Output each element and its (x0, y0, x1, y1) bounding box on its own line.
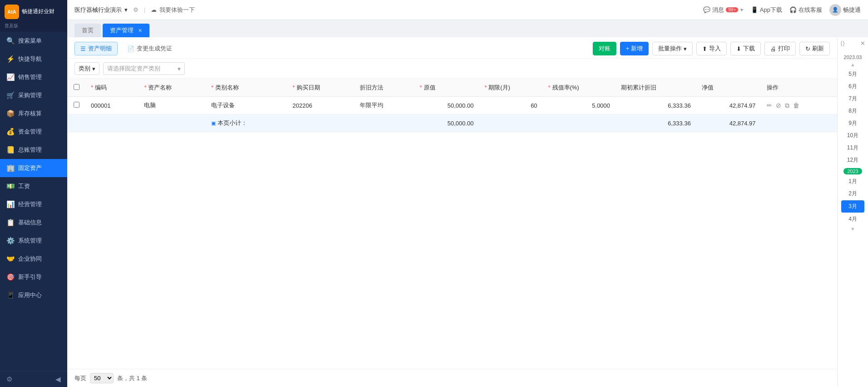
sidebar-item-funds[interactable]: 💰资金管理 (0, 123, 67, 141)
chevron-down-icon: ▾ (178, 65, 181, 72)
stop-icon[interactable]: ⊘ (776, 102, 781, 109)
sidebar-item-app_center[interactable]: 📱应用中心 (0, 286, 67, 304)
chevron-down-icon: ▾ (684, 45, 687, 52)
sidebar-item-operations[interactable]: 📊经营管理 (0, 195, 67, 213)
sidebar-label-search: 搜索菜单 (18, 37, 42, 45)
asset-table: 编码 资产名称 类别名称 购买日期 折旧方法 原值 期限(月) 残值率(%) 期… (67, 79, 837, 132)
app-edition: 普及版 (0, 22, 67, 32)
sidebar-item-salary[interactable]: 💵工资 (0, 177, 67, 195)
sidebar-item-quicknav[interactable]: ⚡快捷导航 (0, 50, 67, 68)
sidebar-item-sales[interactable]: 📈销售管理 (0, 68, 67, 86)
app-download-btn[interactable]: 📱 App下载 (751, 6, 782, 14)
month-12[interactable]: 12月 (838, 154, 868, 166)
sidebar-item-fixed_assets[interactable]: 🏢固定资产 (0, 159, 67, 177)
topbar-sep: | (144, 6, 145, 13)
sidebar-label-enterprise: 企业协同 (18, 255, 42, 263)
month-10[interactable]: 10月 (838, 129, 868, 142)
account-btn[interactable]: 对账 (593, 42, 616, 55)
sidebar-item-search[interactable]: 🔍搜索菜单 (0, 32, 67, 50)
asset-table-container: 编码 资产名称 类别名称 购买日期 折旧方法 原值 期限(月) 残值率(%) 期… (67, 79, 837, 369)
month-3-current[interactable]: 3月 (841, 200, 864, 213)
sidebar-item-guide[interactable]: 🎯新手引导 (0, 268, 67, 286)
sidebar-item-basic_info[interactable]: 📋基础信息 (0, 213, 67, 232)
content-toolbar: ☰ 资产明细 📄 变更生成凭证 对账 + 新增 批量操作 ▾ (67, 37, 837, 59)
month-11[interactable]: 11月 (838, 142, 868, 154)
sidebar-item-system[interactable]: ⚙️系统管理 (0, 232, 67, 250)
content-with-panel: ☰ 资产明细 📄 变更生成凭证 对账 + 新增 批量操作 ▾ (67, 37, 868, 387)
row-residual-rate: 5.0000 (543, 97, 615, 114)
subtotal-label: 本页小计： (218, 119, 247, 126)
sidebar-item-purchase[interactable]: 🛒采购管理 (0, 86, 67, 104)
row-actions: ✏ ⊘ ⧉ 🗑 (761, 97, 837, 114)
refresh-icon: ↻ (805, 45, 810, 52)
collapse-icon[interactable]: ◀ (55, 375, 61, 383)
per-page-select[interactable]: 50 100 200 (90, 373, 114, 383)
delete-icon[interactable]: 🗑 (793, 102, 799, 109)
print-icon: 🖨 (770, 45, 776, 52)
row-net-value: 42,874.97 (696, 97, 761, 114)
month-4[interactable]: 4月 (838, 213, 868, 225)
scroll-down-icon[interactable]: ▼ (838, 225, 868, 233)
sidebar-icon-sales: 📈 (6, 73, 15, 81)
per-page-label: 每页 (74, 374, 86, 382)
list-icon: ☰ (80, 45, 86, 52)
month-2[interactable]: 2月 (838, 188, 868, 200)
download-btn[interactable]: ⬇ 下载 (730, 42, 761, 55)
sidebar-item-inventory[interactable]: 📦库存核算 (0, 104, 67, 123)
month-6[interactable]: 6月 (838, 80, 868, 93)
scroll-up-icon[interactable]: ▲ (838, 61, 868, 68)
table-row: 000001 电脑 电子设备 202206 年限平均 50,000.00 60 … (67, 97, 837, 114)
month-5[interactable]: 5月 (838, 68, 868, 80)
sidebar-icon-ledger: 📒 (6, 146, 15, 154)
sidebar-icon-app_center: 📱 (6, 291, 15, 299)
sidebar-icon-search: 🔍 (6, 37, 15, 45)
logo-icon: AtA (5, 5, 19, 19)
batch-btn[interactable]: 批量操作 ▾ (652, 42, 693, 55)
th-category: 类别名称 (206, 79, 287, 97)
row-checkbox[interactable] (74, 102, 79, 108)
total-count: 条，共 1 条 (117, 374, 147, 382)
month-1[interactable]: 1月 (838, 175, 868, 188)
subtotal-icon: ▣ (211, 120, 216, 126)
month-7[interactable]: 7月 (838, 93, 868, 105)
new-btn[interactable]: + 新增 (620, 42, 649, 55)
edit-icon[interactable]: ✏ (767, 102, 772, 109)
close-icon[interactable]: ✕ (860, 40, 865, 47)
user-profile[interactable]: 👤 畅捷通 (829, 4, 861, 16)
sidebar-item-enterprise[interactable]: 🤝企业协同 (0, 250, 67, 268)
sidebar-icon-salary: 💵 (6, 182, 15, 190)
tab-home[interactable]: 首页 (74, 24, 101, 37)
sidebar-label-basic_info: 基础信息 (18, 218, 42, 227)
online-service-btn[interactable]: 🎧 在线客服 (789, 6, 822, 14)
year-badge[interactable]: 2023 (843, 168, 862, 174)
chevron-down-icon: ▾ (92, 65, 95, 72)
settings-gear-icon[interactable]: ⚙ (133, 6, 139, 13)
company-selector[interactable]: 医疗器械行业演示 ▾ (74, 6, 128, 14)
print-btn[interactable]: 🖨 打印 (764, 42, 796, 55)
tab-change-voucher[interactable]: 📄 变更生成凭证 (121, 42, 178, 55)
experience-btn[interactable]: ☁ 我要体验一下 (151, 6, 195, 14)
avatar: 👤 (829, 4, 841, 16)
month-9[interactable]: 9月 (838, 117, 868, 129)
sidebar-label-app_center: 应用中心 (18, 291, 42, 299)
copy-icon[interactable]: ⧉ (785, 102, 789, 109)
filter-bar: 类别 ▾ 请选择固定资产类别 ▾ (67, 59, 837, 79)
sidebar-label-sales: 销售管理 (18, 73, 42, 81)
month-8[interactable]: 8月 (838, 105, 868, 117)
th-depreciation-method: 折旧方法 (354, 79, 415, 97)
tab-asset-management[interactable]: 资产管理 ✕ (103, 24, 149, 37)
category-filter[interactable]: 类别 ▾ (74, 62, 99, 75)
tab-close-icon[interactable]: ✕ (138, 28, 142, 33)
th-action: 操作 (761, 79, 837, 97)
messages-btn[interactable]: 💬 消息 99+ (703, 6, 744, 14)
sidebar-item-ledger[interactable]: 📒总账管理 (0, 141, 67, 159)
import-btn[interactable]: ⬆ 导入 (696, 42, 727, 55)
refresh-btn[interactable]: ↻ 刷新 (799, 42, 830, 55)
select-all-checkbox[interactable] (74, 84, 79, 90)
category-value-filter[interactable]: 请选择固定资产类别 ▾ (103, 62, 185, 75)
expand-icon[interactable]: ⟨⟩ (840, 40, 845, 47)
tab-asset-detail[interactable]: ☰ 资产明细 (74, 42, 118, 55)
sidebar-label-inventory: 库存核算 (18, 109, 42, 118)
settings-icon[interactable]: ⚙ (6, 375, 12, 383)
sidebar-label-quicknav: 快捷导航 (18, 55, 42, 63)
